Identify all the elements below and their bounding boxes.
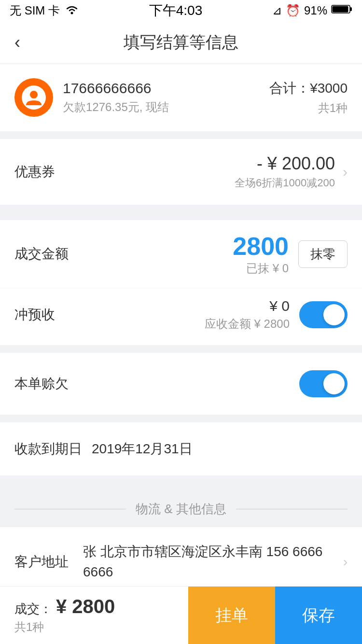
prepay-amount-area: ¥ 0 应收金额 ¥ 2800 [205,298,290,332]
customer-info: 17666666666 欠款1276.35元, 现结 [63,80,169,115]
save-button[interactable]: 保存 [275,587,362,644]
battery-icon [331,4,352,17]
bad-debt-toggle[interactable] [299,370,348,397]
svg-point-0 [71,12,73,14]
svg-rect-2 [350,7,352,11]
bottom-deal-label: 成交： [14,601,52,617]
customer-card: 17666666666 欠款1276.35元, 现结 合计：¥3000 共1种 [0,64,362,131]
customer-debt: 欠款1276.35元, 现结 [63,99,169,115]
avatar [14,78,53,117]
alarm-icon: ⏰ [286,4,300,17]
nav-bar: ‹ 填写结算等信息 [0,21,362,64]
prepay-right: ¥ 0 应收金额 ¥ 2800 [205,298,348,332]
amount-number: 2800 [233,232,289,261]
wifi-icon [65,4,79,17]
round-button[interactable]: 抹零 [298,240,348,268]
prepay-toggle[interactable] [299,301,348,328]
divider-line-left [14,509,126,509]
coupon-value: - ¥ 200.00 全场6折满1000减200 › [235,154,348,190]
prepay-amount: ¥ 0 [205,298,290,314]
section-divider-1 [0,212,362,220]
divider-line-right [236,509,348,509]
due-date-label: 收款到期日 [14,440,82,458]
avatar-icon [22,85,46,110]
coupon-section: 优惠券 - ¥ 200.00 全场6折满1000减200 › [0,139,362,205]
status-bar: 无 SIM 卡 下午4:03 ⊿ ⏰ 91% [0,0,362,21]
amount-number-area: 2800 已抹 ¥ 0 [233,232,289,276]
coupon-desc: 全场6折满1000减200 [235,176,335,190]
customer-phone: 17666666666 [63,80,169,97]
content: 17666666666 欠款1276.35元, 现结 合计：¥3000 共1种 … [0,64,362,644]
bad-debt-row: 本单赊欠 [0,353,362,415]
address-chevron-icon: › [343,554,348,570]
svg-point-4 [30,91,38,98]
bad-debt-section: 本单赊欠 [0,353,362,415]
amount-value-area: 2800 已抹 ¥ 0 抹零 [233,232,348,276]
prepay-label: 冲预收 [14,306,55,324]
prepay-total: 应收金额 ¥ 2800 [205,316,290,332]
coupon-right: - ¥ 200.00 全场6折满1000减200 [235,154,335,190]
amount-section: 成交金额 2800 已抹 ¥ 0 抹零 冲预收 ¥ 0 应收金额 ¥ 2800 [0,220,362,345]
pending-button[interactable]: 挂单 [188,587,275,644]
battery-text: 91% [304,4,327,17]
status-time: 下午4:03 [149,1,203,20]
bottom-amount: ¥ 2800 [56,596,115,617]
total-count: 共1种 [269,100,348,116]
due-date-section: 收款到期日 2019年12月31日 [0,422,362,476]
address-value: 张 北京市市辖区海淀区永丰南 156 6666 6666 [83,542,343,582]
section-divider-3 [0,483,362,491]
bottom-summary: 成交： ¥ 2800 共1种 [0,596,188,635]
chevron-right-icon: › [343,164,348,180]
bottom-count: 共1种 [14,619,174,635]
coupon-label: 优惠券 [14,163,55,181]
status-right: ⊿ ⏰ 91% [272,4,352,17]
customer-total: 合计：¥3000 共1种 [269,79,348,116]
section-divider-2 [0,345,362,353]
customer-left: 17666666666 欠款1276.35元, 现结 [14,78,169,117]
amount-sub: 已抹 ¥ 0 [233,261,289,276]
due-date-row: 收款到期日 2019年12月31日 [0,422,362,476]
coupon-discount: - ¥ 200.00 [235,154,335,174]
back-button[interactable]: ‹ [14,32,20,53]
amount-row: 成交金额 2800 已抹 ¥ 0 抹零 [0,220,362,288]
logistics-divider: 物流 & 其他信息 [0,491,362,527]
total-amount: 合计：¥3000 [269,79,348,98]
page-title: 填写结算等信息 [124,31,238,54]
bad-debt-label: 本单赊欠 [14,375,69,393]
due-date-value: 2019年12月31日 [92,440,193,458]
bottom-bar: 成交： ¥ 2800 共1种 挂单 保存 [0,586,362,644]
prepay-row: 冲预收 ¥ 0 应收金额 ¥ 2800 [0,288,362,345]
logistics-text: 物流 & 其他信息 [136,501,226,518]
address-label: 客户地址 [14,553,69,571]
coupon-row[interactable]: 优惠券 - ¥ 200.00 全场6折满1000减200 › [0,139,362,205]
location-icon: ⊿ [272,4,282,17]
amount-label: 成交金额 [14,245,69,263]
svg-rect-3 [333,6,348,13]
status-left: 无 SIM 卡 [10,3,79,18]
no-sim-text: 无 SIM 卡 [10,3,60,18]
